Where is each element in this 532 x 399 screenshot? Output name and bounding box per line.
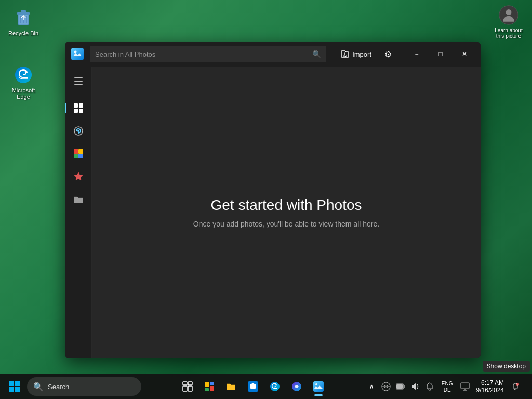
recycle-bin-icon[interactable]: Recycle Bin xyxy=(3,5,44,38)
svg-rect-28 xyxy=(188,386,192,391)
svg-rect-18 xyxy=(78,149,83,154)
svg-rect-26 xyxy=(188,382,192,385)
taskbar-search[interactable]: 🔍 Search xyxy=(27,377,141,396)
sidebar-item-gallery[interactable] xyxy=(68,98,89,118)
taskbar-search-text: Search xyxy=(48,383,69,391)
svg-rect-21 xyxy=(9,381,14,386)
main-title: Get started with Photos xyxy=(210,197,362,214)
taskbar-edge[interactable] xyxy=(264,376,285,397)
start-button[interactable] xyxy=(4,376,25,397)
taskbar-widgets[interactable] xyxy=(199,376,220,397)
svg-rect-1 xyxy=(17,12,30,15)
svg-rect-20 xyxy=(78,154,83,158)
taskbar-copilot[interactable] xyxy=(286,376,307,397)
edge-image xyxy=(13,64,34,85)
svg-point-10 xyxy=(74,51,77,54)
tray-battery[interactable] xyxy=(394,380,407,393)
tray-notification-bell[interactable] xyxy=(509,380,522,393)
taskbar-explorer[interactable] xyxy=(221,376,242,397)
svg-rect-36 xyxy=(313,381,324,392)
taskbar-apps xyxy=(143,376,363,397)
svg-rect-42 xyxy=(404,385,405,388)
edge-label: Microsoft Edge xyxy=(5,87,42,100)
taskbar: 🔍 Search xyxy=(0,374,532,399)
sidebar-item-folders[interactable] xyxy=(68,189,89,210)
window-body: Get started with Photos Once you add pho… xyxy=(65,66,481,358)
svg-rect-30 xyxy=(210,382,214,385)
main-subtitle: Once you add photos, you'll be able to v… xyxy=(193,220,379,228)
svg-point-7 xyxy=(499,6,518,24)
recycle-bin-image xyxy=(13,7,34,28)
search-placeholder: Search in All Photos xyxy=(95,50,155,58)
svg-rect-41 xyxy=(396,384,403,389)
maximize-button[interactable]: □ xyxy=(429,46,453,62)
sidebar-item-icloud[interactable] xyxy=(68,143,89,164)
show-desktop-button[interactable] xyxy=(524,376,528,397)
search-icon-btn[interactable]: 🔍 xyxy=(312,50,321,58)
clock-date: 9/16/2024 xyxy=(476,387,504,394)
lang-de: DE xyxy=(444,387,451,393)
svg-rect-17 xyxy=(74,149,78,154)
taskbar-photos[interactable] xyxy=(308,376,329,397)
svg-rect-2 xyxy=(21,10,26,12)
tray-volume[interactable] xyxy=(409,380,421,393)
import-button[interactable]: Import xyxy=(335,47,378,61)
svg-rect-24 xyxy=(15,387,20,392)
taskbar-store[interactable] xyxy=(243,376,263,397)
svg-rect-13 xyxy=(74,109,78,113)
tray-notification[interactable] xyxy=(423,380,436,393)
learn-about-icon[interactable]: Learn aboutthis picture xyxy=(488,3,529,41)
svg-rect-32 xyxy=(210,386,214,391)
lang-eng: ENG xyxy=(442,381,453,387)
tray-language[interactable] xyxy=(380,380,392,393)
svg-rect-29 xyxy=(205,382,209,387)
svg-rect-27 xyxy=(183,386,187,391)
svg-point-8 xyxy=(506,9,512,15)
recycle-bin-label: Recycle Bin xyxy=(8,30,38,36)
title-actions: Import ⚙ xyxy=(335,46,396,62)
title-bar: Search in All Photos 🔍 Import ⚙ − xyxy=(65,42,481,66)
main-content: Get started with Photos Once you add pho… xyxy=(92,66,481,358)
taskbar-taskview[interactable] xyxy=(177,376,198,397)
svg-rect-23 xyxy=(9,387,14,392)
window-controls: − □ ✕ xyxy=(405,46,476,62)
show-desktop-tooltip: Show desktop xyxy=(483,361,530,372)
svg-rect-19 xyxy=(74,154,78,158)
search-box[interactable]: Search in All Photos 🔍 xyxy=(90,46,326,62)
close-button[interactable]: ✕ xyxy=(453,46,476,62)
svg-rect-11 xyxy=(74,103,78,108)
taskbar-right: ∧ xyxy=(365,376,528,397)
photos-window: Search in All Photos 🔍 Import ⚙ − xyxy=(65,42,481,358)
learn-about-label: Learn aboutthis picture xyxy=(495,28,522,39)
tray-chevron[interactable]: ∧ xyxy=(365,380,378,393)
sidebar-item-copilot[interactable] xyxy=(68,121,89,141)
minimize-button[interactable]: − xyxy=(405,46,429,62)
desktop: Recycle Bin Microsoft Edge xyxy=(0,0,532,399)
clock-time: 6:17 AM xyxy=(481,379,504,387)
svg-point-16 xyxy=(77,130,79,132)
sidebar xyxy=(65,66,92,358)
settings-button[interactable]: ⚙ xyxy=(380,46,396,62)
svg-rect-43 xyxy=(461,383,469,389)
svg-rect-14 xyxy=(79,109,83,113)
tray-lang-text[interactable]: ENG DE xyxy=(438,380,457,393)
edge-desktop-icon[interactable]: Microsoft Edge xyxy=(3,62,44,102)
photos-app-logo xyxy=(69,46,86,62)
svg-rect-9 xyxy=(71,48,84,60)
sidebar-item-favorites[interactable] xyxy=(68,166,89,187)
import-label: Import xyxy=(352,50,371,58)
system-clock[interactable]: 6:17 AM 9/16/2024 xyxy=(473,378,507,395)
learn-about-image xyxy=(498,5,519,25)
svg-rect-22 xyxy=(15,381,20,386)
sidebar-hamburger[interactable] xyxy=(68,71,89,91)
svg-rect-31 xyxy=(205,388,209,391)
svg-rect-25 xyxy=(183,382,187,385)
svg-point-37 xyxy=(315,383,317,385)
svg-rect-12 xyxy=(79,103,83,108)
taskbar-search-icon: 🔍 xyxy=(33,382,44,392)
tray-display[interactable] xyxy=(459,380,471,393)
